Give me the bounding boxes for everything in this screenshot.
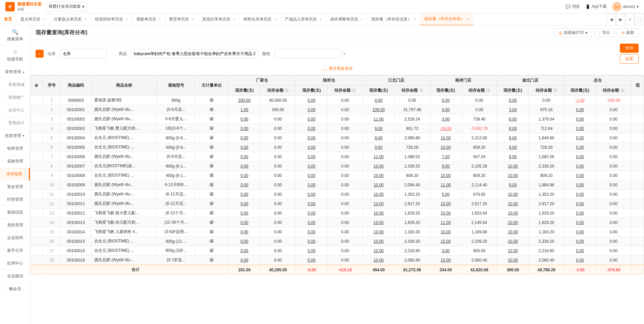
cell-yu-main[interactable]: 8.00 xyxy=(497,152,529,161)
export-btn[interactable]: ↑ 导出 xyxy=(594,28,614,37)
cell-jb-main[interactable]: 10.00 xyxy=(363,256,394,265)
cell-cy-main[interactable]: 0.00 xyxy=(228,171,260,180)
sidebar-item-retail-stats[interactable]: 零售统计 xyxy=(0,117,30,130)
tab-qitachuku[interactable]: 其他出库单历史 × xyxy=(198,13,239,26)
cell-cy-main[interactable]: 0.00 xyxy=(228,190,260,199)
cell-cy-main[interactable]: 0.00 xyxy=(228,218,260,227)
user-menu[interactable]: Ea demo2 ▾ xyxy=(612,2,639,11)
cell-yu-main[interactable]: 8.00 xyxy=(497,124,529,133)
tab-close-all-btn[interactable]: × xyxy=(625,13,635,26)
cell-cy-main[interactable]: 0.00 xyxy=(228,180,260,190)
cell-na-main[interactable]: 10.00 xyxy=(430,199,462,209)
query-button[interactable]: 查询 xyxy=(620,44,639,53)
cell-lu-main[interactable]: 0.00 xyxy=(296,124,327,133)
cell-jb-main[interactable]: 10.00 xyxy=(363,218,394,227)
cell-jb-main[interactable]: 10.00 xyxy=(363,199,394,209)
cell-cy-main[interactable]: 0.00 xyxy=(228,143,260,152)
cell-yu-main[interactable]: 9.00 xyxy=(497,143,529,152)
sidebar-item-member[interactable]: 会员中心 xyxy=(0,104,30,117)
cell-zo-main[interactable]: 0.00 xyxy=(564,124,596,133)
cell-lu-main[interactable]: 0.00 xyxy=(296,190,327,199)
close-icon[interactable]: × xyxy=(126,17,128,21)
close-icon[interactable]: × xyxy=(467,17,469,21)
setting-button[interactable]: 设置 xyxy=(620,54,639,64)
print-btn[interactable]: 🖨 按模板打印 ▾ xyxy=(554,28,592,37)
close-icon[interactable]: × xyxy=(85,17,87,21)
cell-jb-main[interactable]: 10.00 xyxy=(363,237,394,246)
cell-cy-main[interactable]: 200.00 xyxy=(228,96,260,105)
cell-na-main[interactable]: 0.00 xyxy=(430,105,462,114)
cell-jb-main[interactable]: 9.00 xyxy=(363,133,394,143)
cell-zo-main[interactable]: 0.00 xyxy=(564,246,596,256)
cell-jb-main[interactable]: 10.00 xyxy=(363,209,394,218)
cell-lu-main[interactable]: 0.00 xyxy=(296,171,327,180)
cell-lu-main[interactable]: 0.00 xyxy=(296,161,327,171)
cell-na-main[interactable]: 10.00 xyxy=(430,237,462,246)
cell-na-main[interactable]: 10.00 xyxy=(430,209,462,218)
cell-jb-main[interactable]: 109.00 xyxy=(363,105,394,114)
cell-zo-main[interactable]: 0.00 xyxy=(564,199,596,209)
sidebar-item-finance[interactable]: 资金管理 xyxy=(0,181,30,193)
cell-zo-main[interactable]: 0.00 xyxy=(564,152,596,161)
sidebar-item-guide[interactable]: 新手引导 xyxy=(0,244,30,257)
info-icon[interactable]: ⓘ xyxy=(352,89,356,92)
info-icon[interactable]: ⓘ xyxy=(420,89,423,92)
cell-cy-main[interactable]: 0.00 xyxy=(228,246,260,256)
cell-cy-main[interactable]: 0.00 xyxy=(228,133,260,143)
info-icon[interactable]: ⓘ xyxy=(285,89,288,92)
cell-cy-main[interactable]: 0.00 xyxy=(228,209,260,218)
info-icon[interactable]: ⓘ xyxy=(554,89,557,92)
cell-na-main[interactable]: 11.00 xyxy=(430,180,462,190)
cell-zo-main[interactable]: 0.00 xyxy=(564,218,596,227)
cell-zo-main[interactable]: 0.00 xyxy=(564,256,596,265)
gear-icon[interactable]: ⚙ xyxy=(35,83,38,88)
cell-jb-main[interactable]: 10.00 xyxy=(363,227,394,237)
sidebar-item-nav[interactable]: ☆ 快捷导航 xyxy=(0,46,30,66)
cell-jb-main[interactable]: 10.00 xyxy=(363,171,394,180)
cell-na-main[interactable]: -39.00 xyxy=(430,124,462,133)
cell-lu-main[interactable]: 0.00 xyxy=(296,246,327,256)
cell-yu-main[interactable]: 10.00 xyxy=(497,237,529,246)
tab-cailiaochuku[interactable]: 材料出库单历史 × xyxy=(239,13,281,26)
cell-yu-main[interactable]: 10.00 xyxy=(497,209,529,218)
tab-diaobo[interactable]: 调拨单历史 × xyxy=(132,13,165,26)
sidebar-item-inventory[interactable]: 库存核算 xyxy=(0,168,30,181)
sidebar-item-wechat[interactable]: 企业微信 xyxy=(0,270,30,283)
sidebar-item-ecom[interactable]: 电商管理 xyxy=(0,142,30,155)
cell-lu-main[interactable]: 0.00 xyxy=(296,209,327,218)
cell-lu-main[interactable]: 0.00 xyxy=(296,180,327,190)
app-download-btn[interactable]: 📱 App下载 xyxy=(585,4,607,9)
sidebar-item-collab[interactable]: 企业协同 xyxy=(0,232,30,244)
cell-jb-main[interactable]: 9.00 xyxy=(363,124,394,133)
cell-lu-main[interactable]: 0.00 xyxy=(296,152,327,161)
cell-zo-main[interactable]: 0.00 xyxy=(564,105,596,114)
tab-expand-btn[interactable]: ⛶ xyxy=(635,13,644,26)
sidebar-item-basic[interactable]: 基础信息 xyxy=(0,206,30,219)
close-icon[interactable]: × xyxy=(274,17,276,21)
cell-yu-main[interactable]: 10.00 xyxy=(497,227,529,237)
tab-pandian[interactable]: 盘点单历史 × xyxy=(16,13,50,26)
tab-chengben[interactable]: 成本调整单历史 × xyxy=(326,13,367,26)
cell-zo-main[interactable]: 0.00 xyxy=(564,114,596,124)
close-icon[interactable]: × xyxy=(43,17,45,21)
cell-cy-main[interactable]: 0.00 xyxy=(228,237,260,246)
cell-lu-main[interactable]: 0.00 xyxy=(296,218,327,227)
cell-yu-main[interactable]: 10.00 xyxy=(497,246,529,256)
cell-na-main[interactable]: 5.00 xyxy=(430,190,462,199)
cell-na-main[interactable]: 10.00 xyxy=(430,227,462,237)
cell-lu-main[interactable]: 0.00 xyxy=(296,199,327,209)
info-icon[interactable]: ⓘ xyxy=(621,89,624,92)
cell-zo-main[interactable]: 0.00 xyxy=(564,133,596,143)
cell-cy-main[interactable]: 0.00 xyxy=(228,152,260,161)
cell-jb-main[interactable]: 11.00 xyxy=(363,114,394,124)
info-icon[interactable]: ⓘ xyxy=(487,89,490,92)
close-icon[interactable]: × xyxy=(192,17,194,21)
cell-na-main[interactable]: 3.00 xyxy=(430,246,462,256)
cell-yu-main[interactable]: 10.00 xyxy=(497,171,529,180)
sidebar-item-wholesale[interactable]: 批发管理 ▼ xyxy=(0,130,30,142)
cell-jb-main[interactable]: 10.00 xyxy=(363,180,394,190)
cell-yu-main[interactable]: 10.00 xyxy=(497,161,529,171)
refresh-btn[interactable]: ↻ 刷新 xyxy=(617,28,639,37)
close-icon[interactable]: × xyxy=(159,17,161,21)
cell-yu-main[interactable]: 8.00 xyxy=(497,133,529,143)
